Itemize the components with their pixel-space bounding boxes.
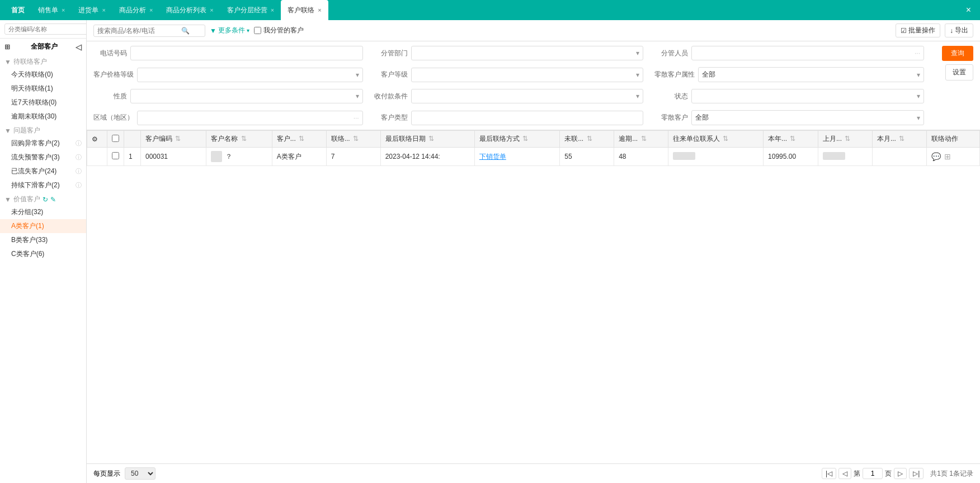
price-level-select[interactable]: ▾ [137,68,363,82]
col-no-contact[interactable]: 未联... ⇅ [560,131,614,148]
more-filters-button[interactable]: ▼ 更多条件 ▾ [210,26,249,35]
sidebar-group-value[interactable]: ▼ 价值客户 ↻ ✎ [0,192,86,205]
next-page-button[interactable]: ▷ [894,468,907,479]
filter-search-icon[interactable]: 🔍 [181,27,190,35]
sidebar-item-churned[interactable]: 已流失客户(24) ⓘ [0,164,86,178]
select-all-checkbox[interactable] [112,135,119,142]
action-contact-icon[interactable]: 💬 [931,152,941,161]
phone-input[interactable] [130,46,363,60]
first-page-button[interactable]: |◁ [822,468,836,479]
dept-select[interactable]: ▾ [411,46,644,60]
sidebar-search-input[interactable] [4,23,87,35]
col-settings[interactable]: ⚙ [87,131,107,148]
sidebar-item-class-c[interactable]: C类客户(6) [0,247,86,261]
prev-page-button[interactable]: ◁ [838,468,851,479]
payment-select[interactable]: ▾ [411,89,644,103]
nav-customer-segment-close[interactable]: × [271,7,274,13]
nav-product-list-close[interactable]: × [210,7,213,13]
col-checkbox [107,131,124,148]
col-code[interactable]: 客户编码 ⇅ [141,131,206,148]
retail-select[interactable]: 全部 ▾ [691,110,924,125]
my-customers-checkbox[interactable] [254,27,261,34]
class-a-label: A类客户(1) [11,221,44,231]
sidebar-item-7days[interactable]: 近7天待联络(0) [0,96,86,110]
sidebar-group-pending[interactable]: ▼ 待联络客户 [0,55,86,68]
nav-sales-close[interactable]: × [62,7,65,13]
last-method-col-label: 最后联络方式 [479,135,520,143]
sidebar-all-customers[interactable]: ⊞ 全部客户 ◁ [0,39,86,55]
sidebar-item-churn-warning[interactable]: 流失预警客户(3) ⓘ [0,150,86,164]
customer-type-select[interactable] [411,111,644,125]
nav-customer-contact-close[interactable]: × [318,7,321,13]
sidebar-item-repurchase[interactable]: 回购异常客户(2) ⓘ [0,136,86,150]
filter-search-input[interactable] [97,27,181,35]
col-this-year[interactable]: 本年... ⇅ [764,131,818,148]
filter-phone: 电话号码 [93,46,363,60]
last-month-sort-icon: ⇅ [845,135,850,143]
customer-name-text: ？ [225,152,232,162]
query-button[interactable]: 查询 [942,46,973,61]
region-dots[interactable]: ··· [354,114,359,122]
last-method-link[interactable]: 下销货单 [479,153,506,160]
col-last-month[interactable]: 上月... ⇅ [818,131,873,148]
col-last-date[interactable]: 最后联络日期 ⇅ [380,131,474,148]
retail-caret: ▾ [917,114,920,122]
sidebar-group-problem[interactable]: ▼ 问题客户 [0,124,86,136]
page-number-input[interactable] [863,468,883,479]
col-overdue[interactable]: 逾期... ⇅ [614,131,668,148]
retail-value: 全部 [695,113,709,122]
settings-button[interactable]: 设置 [945,64,973,80]
col-name[interactable]: 客户名称 ⇅ [206,131,272,148]
action-more-icon[interactable]: ⊞ [944,152,951,161]
retail-attr-select[interactable]: 全部 ▾ [698,67,924,82]
status-select[interactable]: ▾ [691,89,924,103]
nav-purchase-close[interactable]: × [102,7,105,13]
filter-row-4: 区域（地区） ··· 客户类型 [93,110,924,125]
unclassified-label: 未分组(32) [11,207,43,217]
sidebar-item-unclassified[interactable]: 未分组(32) [0,205,86,219]
code-col-label: 客户编码 [145,135,172,143]
refresh-icon[interactable]: ↻ [43,196,48,203]
customer-level-select[interactable]: ▾ [411,68,644,82]
sidebar-collapse-icon[interactable]: ◁ [76,42,82,51]
nav-product-analysis-close[interactable]: × [149,7,153,13]
info-icon-2: ⓘ [76,153,82,162]
nature-select[interactable]: ▾ [130,89,363,103]
window-close-button[interactable]: × [962,5,976,15]
sidebar-item-class-a[interactable]: A类客户(1) [0,219,86,233]
nav-customer-contact-label: 客户联络 [288,6,314,15]
nav-product-analysis[interactable]: 商品分析 × [112,0,159,20]
row-select-checkbox[interactable] [112,152,119,159]
batch-operation-button[interactable]: ☑ 批量操作 [896,23,940,37]
filter-region: 区域（地区） ··· [93,111,363,125]
nav-home[interactable]: 首页 [4,0,31,20]
edit-icon[interactable]: ✎ [50,196,56,203]
my-customers-label: 我分管的客户 [263,26,304,35]
manager-select[interactable]: ··· [691,46,924,60]
sidebar-item-tomorrow[interactable]: 明天待联络(1) [0,82,86,96]
row-unit-contact [668,148,764,166]
manager-dots[interactable]: ··· [915,49,920,57]
nav-sales[interactable]: 销售单 × [31,0,72,20]
per-page-select[interactable]: 50 100 200 [125,467,156,480]
col-this-month[interactable]: 本月... ⇅ [872,131,926,148]
nav-customer-segment[interactable]: 客户分层经营 × [220,0,281,20]
nav-purchase[interactable]: 进货单 × [72,0,112,20]
last-page-button[interactable]: ▷| [909,468,924,479]
col-contact[interactable]: 联络... ⇅ [326,131,380,148]
sidebar-item-declining[interactable]: 持续下滑客户(2) ⓘ [0,178,86,192]
export-button[interactable]: ↓ 导出 [945,23,973,37]
class-c-label: C类客户(6) [11,249,44,259]
my-customers-filter[interactable]: 我分管的客户 [254,26,304,35]
nav-customer-contact[interactable]: 客户联络 × [281,0,328,20]
sidebar-item-today[interactable]: 今天待联络(0) [0,68,86,82]
col-last-method[interactable]: 最后联络方式 ⇅ [474,131,559,148]
col-type[interactable]: 客户... ⇅ [272,131,326,148]
row-code[interactable]: 000031 [141,148,206,166]
row-last-method[interactable]: 下销货单 [474,148,559,166]
col-unit-contact[interactable]: 往来单位联系人 ⇅ [668,131,764,148]
region-select[interactable]: ··· [137,111,363,125]
sidebar-item-class-b[interactable]: B类客户(33) [0,233,86,247]
nav-product-list[interactable]: 商品分析列表 × [159,0,220,20]
sidebar-item-overdue[interactable]: 逾期未联络(30) [0,110,86,124]
